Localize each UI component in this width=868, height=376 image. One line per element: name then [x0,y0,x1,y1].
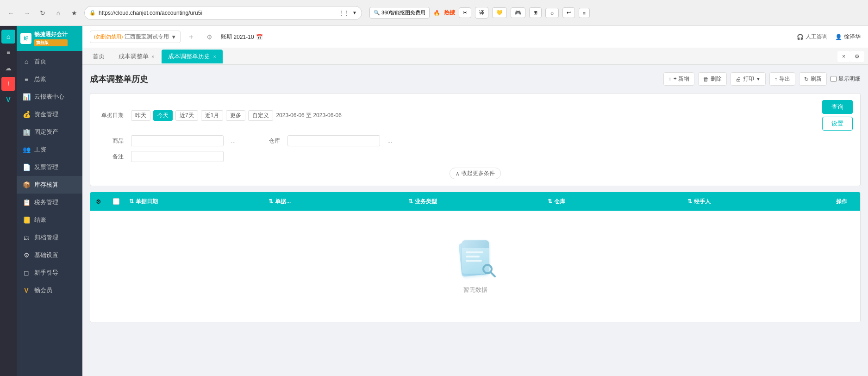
sidebar-item-ledger[interactable]: ≡ 总账 [17,70,82,88]
set-btn[interactable]: 设置 [822,117,853,131]
avatar-icon: 👤 [835,34,842,40]
add-company-btn[interactable]: + [184,31,198,44]
theme-btn[interactable]: ☼ [545,8,558,18]
sidebar-item-home[interactable]: ⌂ 首页 [17,53,82,70]
user-info[interactable]: 👤 徐泽华 [835,33,861,41]
display-cols-toggle[interactable]: 显示明细 [831,75,861,83]
goods-more-btn[interactable]: ... [231,138,236,144]
reload-button[interactable]: ↻ [36,6,49,19]
tab-cost-adjust-close[interactable]: × [151,54,154,59]
date-yesterday-btn[interactable]: 昨天 [131,110,150,121]
forward-button[interactable]: → [20,6,33,19]
sidebar-item-tax[interactable]: 📋 税务管理 [17,194,82,211]
dropdown-icon[interactable]: ▼ [352,10,357,15]
icon-bar-ledger[interactable]: ≡ [1,45,15,59]
sort-icon-warehouse: ⇅ [548,198,552,205]
icon-bar-notify[interactable]: ! [1,77,15,91]
th-checkbox[interactable] [107,198,125,205]
tab-cost-adjust-label: 成本调整单 [119,52,149,61]
refresh-btn[interactable]: ↻ 刷新 [799,72,827,86]
tab-cost-adjust-history[interactable]: 成本调整单历史 × [162,50,222,63]
sidebar-item-assets[interactable]: 🏢 固定资产 [17,123,82,141]
icon-bar-home[interactable]: ⌂ [1,30,15,44]
th-number[interactable]: ⇅ 单据... [265,198,404,206]
icon-bar-cloud[interactable]: ☁ [1,61,15,75]
th-biz-type[interactable]: ⇅ 业务类型 [405,198,544,206]
warehouse-more-btn[interactable]: ... [387,138,392,144]
new-btn[interactable]: + + 新增 [663,72,694,86]
date-today-btn[interactable]: 今天 [153,110,173,121]
game-btn[interactable]: 🎮 [511,7,525,18]
translate-btn[interactable]: 译 [475,7,488,19]
sidebar-item-label-settlement: 结账 [34,216,46,224]
back-button[interactable]: ← [5,6,18,19]
wallet-btn[interactable]: 💛 [492,7,507,18]
sidebar-item-reports[interactable]: 📊 云报表中心 [17,88,82,106]
column-settings-icon[interactable]: ⚙ [96,198,101,205]
collapse-icon: ∧ [456,170,460,177]
export-icon: ↑ [774,76,777,82]
goods-filter-label: 商品 [98,137,124,145]
date-custom-btn[interactable]: 自定义 [248,110,273,121]
close-all-tabs-btn[interactable]: × [837,51,850,62]
bookmark-button[interactable]: ★ [68,6,81,19]
invoice-icon: 📄 [22,163,31,171]
collapse-btn[interactable]: ∧ 收起更多条件 [450,168,501,179]
sidebar-item-settings[interactable]: ⚙ 基础设置 [17,246,82,264]
sidebar-item-invoice[interactable]: 📄 发票管理 [17,158,82,176]
calendar-icon[interactable]: 📅 [256,34,263,40]
warehouse-filter-input[interactable] [287,135,380,146]
sidebar-item-inventory[interactable]: 📦 库存核算 [17,176,82,194]
tab-settings-btn[interactable]: ⚙ [850,51,864,62]
sidebar-item-vip[interactable]: V 畅会员 [17,282,82,299]
note-filter-input[interactable] [131,151,224,162]
sidebar-item-settlement[interactable]: 📒 结账 [17,211,82,229]
settings-company-btn[interactable]: ⚙ [202,31,217,43]
sidebar-version: 旗舰版 [34,39,68,46]
sidebar-item-label-guide: 新手引导 [34,269,58,277]
export-btn[interactable]: ↑ 导出 [769,72,795,86]
sidebar-item-guide[interactable]: ◻ 新手引导 [17,264,82,282]
goods-filter-input[interactable] [131,135,224,146]
th-date[interactable]: ⇅ 单据日期 [125,198,265,206]
icon-bar-v[interactable]: V [1,93,15,107]
menu-btn[interactable]: ≡ [579,8,590,18]
empty-illustration [455,238,496,280]
archive-icon: 🗂 [22,234,31,241]
print-btn-label: 打印 [743,75,754,83]
select-all-checkbox[interactable] [113,198,119,205]
nav-buttons: ← → ↻ ⌂ ★ [5,6,81,19]
print-btn[interactable]: 🖨 打印 ▼ [731,72,766,86]
search-icon: 🔍 [374,10,380,15]
funds-icon: 💰 [22,111,31,118]
th-warehouse-label: 仓库 [554,198,565,206]
service-btn[interactable]: 🎧 人工咨询 [797,33,828,41]
th-settings[interactable]: ⚙ [90,198,107,205]
query-btn[interactable]: 查询 [822,100,853,114]
sidebar-item-label-inventory: 库存核算 [34,181,58,189]
scissors-btn[interactable]: ✂ [459,7,471,18]
hot-fire-icon: 🔥 [433,10,440,16]
date-more-btn[interactable]: 更多 [226,110,245,121]
grid-btn[interactable]: ⊞ [529,7,542,18]
search-tool-btn[interactable]: 🔍 360智能抠图免费用 [369,7,430,19]
delete-btn[interactable]: 🗑 删除 [698,72,727,86]
display-cols-checkbox[interactable] [831,76,837,82]
address-bar[interactable]: 🔒 https://cloud.chanjet.com/accounting/u… [84,6,362,20]
date-7days-btn[interactable]: 近7天 [175,110,198,121]
tab-cost-adjust-history-close[interactable]: × [213,54,216,59]
tab-bar: 首页 成本调整单 × 成本调整单历史 × × ⚙ [82,48,868,65]
date-1month-btn[interactable]: 近1月 [201,110,224,121]
th-warehouse[interactable]: ⇅ 仓库 [544,198,683,206]
th-operator[interactable]: ⇅ 经手人 [684,198,823,206]
tab-cost-adjust[interactable]: 成本调整单 × [112,50,161,63]
home-icon: ⌂ [22,58,31,65]
sidebar-item-payroll[interactable]: 👥 工资 [17,141,82,158]
sidebar-item-archive[interactable]: 🗂 归档管理 [17,229,82,246]
tab-home[interactable]: 首页 [86,50,111,63]
undo-btn[interactable]: ↩ [562,7,575,18]
sidebar-item-funds[interactable]: 💰 资金管理 [17,106,82,123]
home-button[interactable]: ⌂ [52,6,65,19]
company-selector[interactable]: (勿删勿禁用) 江西服宝测试专用 ▼ [90,31,181,43]
collapse-bar: ∧ 收起更多条件 [98,168,853,179]
